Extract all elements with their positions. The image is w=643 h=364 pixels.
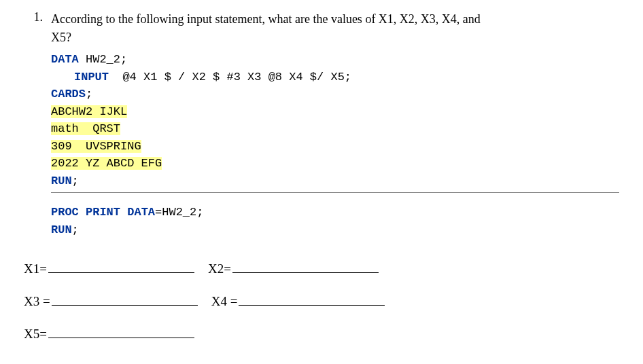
answer-label-x3: X3 = (24, 294, 50, 309)
keyword-data: DATA (51, 53, 79, 66)
answer-blank-x1[interactable] (48, 259, 194, 273)
question-text: According to the following input stateme… (51, 10, 619, 47)
question-line-1: According to the following input stateme… (51, 12, 481, 26)
answer-blank-x5[interactable] (48, 324, 194, 338)
code-block-2: PROC PRINT DATA=HW2_2; RUN; (51, 204, 619, 238)
answer-blank-x2[interactable] (232, 259, 379, 273)
code-line-run-2: RUN; (51, 221, 619, 239)
answer-label-x4: X4 = (211, 294, 238, 309)
code-line-proc: PROC PRINT DATA=HW2_2; (51, 204, 619, 221)
answers-section: X1= X2= X3 = X4 = X5= (24, 259, 619, 342)
code-line-data: DATA HW2_2; (51, 51, 619, 69)
keyword-run-2: RUN (51, 223, 72, 236)
code-line-input: INPUT @4 X1 $ / X2 $ #3 X3 @8 X4 $/ X5; (51, 69, 619, 86)
keyword-input: INPUT (74, 71, 109, 84)
code-block-1: DATA HW2_2; INPUT @4 X1 $ / X2 $ #3 X3 @… (51, 51, 619, 193)
code-line-run-1: RUN; (51, 172, 619, 190)
answer-blank-x4[interactable] (239, 291, 385, 306)
code-line-cards: CARDS; (51, 86, 619, 103)
code-data-line-1: ABCHW2 IJKL (51, 103, 619, 121)
answer-label-x2: X2= (208, 261, 231, 276)
question-number: 1. (24, 10, 43, 24)
keyword-cards: CARDS (51, 88, 86, 101)
question-line-2: X5? (51, 31, 71, 44)
code-data-line-2: math QRST (51, 120, 619, 138)
code-data-line-4: 2022 YZ ABCD EFG (51, 155, 619, 172)
answer-label-x5: X5= (24, 327, 47, 342)
keyword-proc-print: PROC PRINT (51, 206, 120, 219)
answer-label-x1: X1= (24, 261, 47, 276)
code-data-line-3: 309 UVSPRING (51, 138, 619, 156)
answer-blank-x3[interactable] (52, 291, 198, 306)
keyword-run: RUN (51, 175, 72, 187)
